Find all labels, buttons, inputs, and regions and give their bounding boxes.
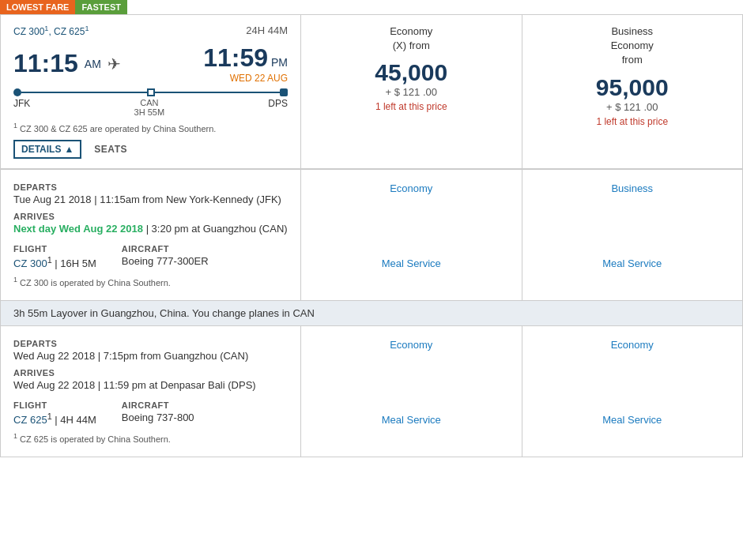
business-col: Business Economy from 95,000 + $ 121 .00…: [522, 15, 743, 168]
route-line: [13, 88, 288, 96]
economy-header: Economy (X) from: [314, 24, 509, 53]
destination-label: DPS: [268, 98, 288, 109]
segment1-business-col: Business Meal Service: [522, 170, 743, 300]
duration-row: CZ 3001, CZ 6251 24H 44M: [13, 24, 288, 40]
arrives-next-day: Next day Wed Aug 22 2018: [13, 223, 143, 235]
seg2-economy-class-label: Economy: [390, 339, 432, 351]
aircraft-value: Boeing 777-300ER: [122, 255, 209, 267]
seg2-flight-label: FLIGHT: [13, 400, 96, 410]
segment2-aircraft-col: AIRCRAFT Boeing 737-800: [122, 400, 194, 426]
route-bar: JFK CAN 3H 55M DPS: [13, 88, 288, 117]
flight-num-value: CZ 3001 | 16H 5M: [13, 255, 96, 269]
segment2-main: DEPARTS Wed Aug 22 2018 | 7:15pm from Gu…: [1, 326, 301, 457]
arrive-ampm: PM: [271, 56, 288, 69]
arrives-value: Next day Wed Aug 22 2018 | 3:20 pm at Gu…: [13, 223, 288, 235]
chevron-up-icon: ▲: [64, 144, 74, 155]
route-origin-dot: [13, 88, 21, 96]
business-header: Business Economy from: [535, 24, 730, 68]
business-meal-service: Meal Service: [602, 257, 662, 269]
segment1-footnote: 1 CZ 300 is operated by China Southern.: [13, 276, 288, 288]
business-class-label: Business: [611, 182, 653, 194]
flight-label: FLIGHT: [13, 244, 96, 254]
flight-header: CZ 3001, CZ 6251 24H 44M 11:15 AM ✈ 11:5…: [1, 15, 742, 169]
segment1-main: DEPARTS Tue Aug 21 2018 | 11:15am from N…: [1, 170, 301, 300]
segment1-row: DEPARTS Tue Aug 21 2018 | 11:15am from N…: [1, 170, 742, 300]
arrive-date: WED 22 AUG: [230, 73, 288, 84]
departs-value: Tue Aug 21 2018 | 11:15am from New York-…: [13, 194, 288, 205]
economy-alert: 1 left at this price: [314, 101, 509, 112]
origin-label: JFK: [13, 98, 30, 109]
route-line-right: [155, 92, 281, 93]
fastest-badge: FASTEST: [75, 0, 127, 14]
lowest-fare-badge: LOWEST FARE: [0, 0, 75, 14]
economy-col: Economy (X) from 45,000 + $ 121 .00 1 le…: [301, 15, 522, 168]
flight-card: CZ 3001, CZ 6251 24H 44M 11:15 AM ✈ 11:5…: [0, 14, 743, 457]
depart-time: 11:15: [13, 49, 78, 78]
seg2-departs-label: DEPARTS: [13, 339, 288, 348]
stopover-duration: 3H 55M: [134, 107, 165, 117]
segment1-aircraft-col: AIRCRAFT Boeing 777-300ER: [122, 244, 209, 269]
flight-num: CZ 300: [13, 257, 47, 269]
departs-label: DEPARTS: [13, 182, 288, 192]
details-button[interactable]: DETAILS ▲: [13, 140, 81, 159]
seg2-business-class-label: Economy: [611, 339, 654, 351]
economy-class-label: Economy: [390, 182, 432, 194]
depart-ampm: AM: [85, 58, 101, 70]
seg2-flight-num-value: CZ 6251 | 4H 44M: [13, 412, 96, 426]
economy-meal-service: Meal Service: [382, 257, 441, 269]
business-points: 95,000: [535, 74, 730, 101]
aircraft-label: AIRCRAFT: [122, 244, 209, 254]
times-row: 11:15 AM ✈ 11:59 PM WED 22 AUG: [13, 43, 288, 84]
operated-note: 1 CZ 300 & CZ 625 are operated by China …: [13, 122, 288, 133]
segment1-arrives-block: ARRIVES Next day Wed Aug 22 2018 | 3:20 …: [13, 212, 288, 241]
segment2-economy-col: Economy Meal Service: [301, 326, 522, 457]
details-actions-row: DETAILS ▲ SEATS: [13, 140, 288, 159]
segment2-footnote: 1 CZ 625 is operated by China Southern.: [13, 432, 288, 444]
business-alert: 1 left at this price: [535, 116, 730, 127]
economy-points: 45,000: [314, 59, 509, 86]
business-cash: + $ 121 .00: [535, 101, 730, 113]
economy-cash: + $ 121 .00: [314, 86, 509, 98]
layover-bar: 3h 55m Layover in Guangzhou, China. You …: [1, 300, 742, 326]
seg2-arrives-value: Wed Aug 22 2018 | 11:59 pm at Denpasar B…: [13, 379, 288, 391]
seg2-aircraft-label: AIRCRAFT: [122, 400, 194, 410]
seg2-business-meal-service: Meal Service: [602, 414, 662, 426]
segment2-business-col: Economy Meal Service: [522, 326, 743, 457]
seg2-economy-meal-service: Meal Service: [382, 414, 441, 426]
segment2-flight-col: FLIGHT CZ 6251 | 4H 44M: [13, 400, 96, 426]
route-labels: JFK CAN 3H 55M DPS: [13, 98, 288, 117]
segment2-flight-info: FLIGHT CZ 6251 | 4H 44M AIRCRAFT Boeing …: [13, 400, 288, 426]
flight-duration: 24H 44M: [246, 24, 288, 36]
segment1-flight-col: FLIGHT CZ 3001 | 16H 5M: [13, 244, 96, 269]
flight-arrow-icon: ✈: [107, 54, 121, 73]
details-section: DEPARTS Tue Aug 21 2018 | 11:15am from N…: [1, 169, 742, 457]
segment2-departs-block: DEPARTS Wed Aug 22 2018 | 7:15pm from Gu…: [13, 339, 288, 368]
seg2-departs-value: Wed Aug 22 2018 | 7:15pm from Guangzhou …: [13, 350, 288, 362]
seg2-flight-num: CZ 625: [13, 414, 47, 426]
route-dest-dot: [280, 88, 288, 96]
segment2-row: DEPARTS Wed Aug 22 2018 | 7:15pm from Gu…: [1, 326, 742, 457]
arrives-label: ARRIVES: [13, 212, 288, 221]
route-line-left: [21, 92, 147, 93]
segment1-economy-col: Economy Meal Service: [301, 170, 522, 300]
flight-main-col: CZ 3001, CZ 6251 24H 44M 11:15 AM ✈ 11:5…: [1, 15, 301, 168]
route-stopover-square: [147, 88, 155, 96]
seats-link[interactable]: SEATS: [94, 144, 127, 155]
arrive-time: 11:59: [203, 43, 268, 73]
badge-row: LOWEST FARE FASTEST: [0, 0, 743, 14]
seg2-arrives-label: ARRIVES: [13, 368, 288, 378]
segment1-departs-block: DEPARTS Tue Aug 21 2018 | 11:15am from N…: [13, 182, 288, 212]
stopover-label: CAN: [134, 98, 165, 107]
flight-codes: CZ 3001, CZ 6251: [13, 24, 89, 37]
segment2-arrives-block: ARRIVES Wed Aug 22 2018 | 11:59 pm at De…: [13, 368, 288, 397]
seg2-aircraft-value: Boeing 737-800: [122, 412, 194, 423]
segment1-flight-info: FLIGHT CZ 3001 | 16H 5M AIRCRAFT Boeing …: [13, 244, 288, 269]
